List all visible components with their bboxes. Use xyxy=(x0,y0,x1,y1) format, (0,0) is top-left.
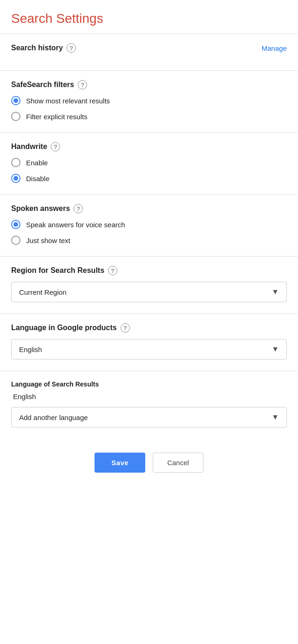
safesearch-radio-relevant[interactable] xyxy=(11,96,20,105)
save-button[interactable]: Save xyxy=(95,453,145,473)
safesearch-label-relevant: Show most relevant results xyxy=(26,97,110,105)
search-history-section: Search history ? Manage xyxy=(0,34,298,71)
buttons-row: Save Cancel xyxy=(0,439,298,487)
spoken-answers-help-icon[interactable]: ? xyxy=(74,204,83,213)
language-results-section: Language of Search Results English Add a… xyxy=(0,371,298,439)
spoken-answers-title-group: Spoken answers ? xyxy=(11,204,83,213)
region-dropdown[interactable]: Current Region ▼ xyxy=(11,282,287,302)
spoken-answers-radio-text[interactable] xyxy=(11,236,20,245)
safesearch-option-explicit[interactable]: Filter explicit results xyxy=(11,112,287,121)
handwrite-title: Handwrite xyxy=(11,142,47,151)
language-google-dropdown-arrow-icon: ▼ xyxy=(271,345,279,353)
spoken-answers-label-text: Just show text xyxy=(26,237,70,244)
spoken-answers-option-text[interactable]: Just show text xyxy=(11,236,287,245)
language-google-dropdown[interactable]: English ▼ xyxy=(11,339,287,359)
language-google-title: Language in Google products xyxy=(11,324,117,332)
language-results-current-value: English xyxy=(11,393,287,400)
cancel-button[interactable]: Cancel xyxy=(153,453,203,473)
safesearch-radio-explicit[interactable] xyxy=(11,112,20,121)
language-google-dropdown-value: English xyxy=(19,346,42,353)
language-google-title-group: Language in Google products ? xyxy=(11,323,130,332)
spoken-answers-label-speak: Speak answers for voice search xyxy=(26,221,125,229)
handwrite-option-enable[interactable]: Enable xyxy=(11,158,287,167)
handwrite-option-disable[interactable]: Disable xyxy=(11,174,287,183)
spoken-answers-section: Spoken answers ? Speak answers for voice… xyxy=(0,195,298,257)
search-history-title-group: Search history ? xyxy=(11,43,76,53)
add-language-dropdown[interactable]: Add another language ▼ xyxy=(11,407,287,427)
language-google-help-icon[interactable]: ? xyxy=(121,323,130,332)
handwrite-radio-inner-disable xyxy=(14,176,18,181)
spoken-answers-radio-speak[interactable] xyxy=(11,220,20,229)
safesearch-radio-inner-relevant xyxy=(14,98,18,103)
safesearch-label-explicit: Filter explicit results xyxy=(26,113,88,121)
language-google-header: Language in Google products ? xyxy=(11,323,287,332)
safesearch-header: SafeSearch filters ? xyxy=(11,80,287,89)
region-help-icon[interactable]: ? xyxy=(108,266,117,275)
search-history-help-icon[interactable]: ? xyxy=(67,43,76,53)
handwrite-label-enable: Enable xyxy=(26,159,48,167)
language-results-title: Language of Search Results xyxy=(11,380,287,388)
handwrite-label-disable: Disable xyxy=(26,175,49,183)
handwrite-help-icon[interactable]: ? xyxy=(51,142,60,151)
spoken-answers-option-speak[interactable]: Speak answers for voice search xyxy=(11,220,287,229)
safesearch-option-relevant[interactable]: Show most relevant results xyxy=(11,96,287,105)
region-section: Region for Search Results ? Current Regi… xyxy=(0,257,298,314)
region-dropdown-value: Current Region xyxy=(19,288,67,296)
search-history-header: Search history ? Manage xyxy=(11,43,287,53)
add-language-dropdown-arrow-icon: ▼ xyxy=(271,413,279,421)
handwrite-title-group: Handwrite ? xyxy=(11,142,60,151)
safesearch-help-icon[interactable]: ? xyxy=(78,80,87,89)
spoken-answers-title: Spoken answers xyxy=(11,204,70,213)
region-dropdown-arrow-icon: ▼ xyxy=(271,288,279,296)
add-language-dropdown-value: Add another language xyxy=(19,414,88,421)
spoken-answers-radio-inner-speak xyxy=(14,222,18,227)
region-title-group: Region for Search Results ? xyxy=(11,266,117,275)
language-google-section: Language in Google products ? English ▼ xyxy=(0,314,298,371)
handwrite-header: Handwrite ? xyxy=(11,142,287,151)
spoken-answers-header: Spoken answers ? xyxy=(11,204,287,213)
safesearch-section: SafeSearch filters ? Show most relevant … xyxy=(0,71,298,133)
safesearch-title-group: SafeSearch filters ? xyxy=(11,80,87,89)
handwrite-section: Handwrite ? Enable Disable xyxy=(0,133,298,195)
handwrite-radio-disable[interactable] xyxy=(11,174,20,183)
page-title: Search Settings xyxy=(0,0,298,34)
handwrite-radio-enable[interactable] xyxy=(11,158,20,167)
manage-link[interactable]: Manage xyxy=(262,44,287,52)
region-header: Region for Search Results ? xyxy=(11,266,287,275)
safesearch-title: SafeSearch filters xyxy=(11,81,74,89)
region-title: Region for Search Results xyxy=(11,266,104,275)
search-history-title: Search history xyxy=(11,44,63,52)
